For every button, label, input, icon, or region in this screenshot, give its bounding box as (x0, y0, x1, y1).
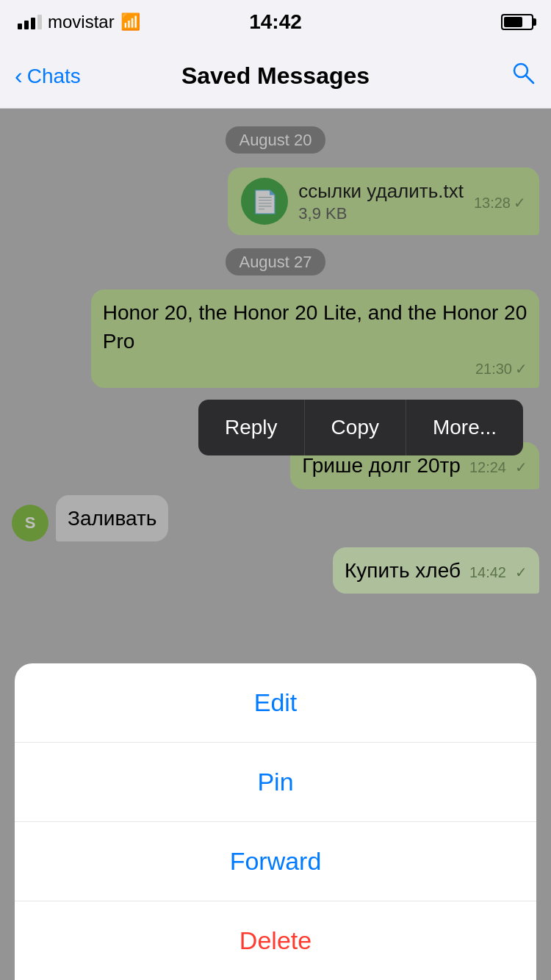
copy-button[interactable]: Copy (305, 400, 406, 455)
page-title: Saved Messages (181, 62, 370, 90)
status-left: movistar 📶 (18, 12, 140, 32)
edit-button[interactable]: Edit (15, 663, 536, 743)
signal-bars (18, 15, 42, 29)
chevron-left-icon: ‹ (15, 62, 23, 90)
search-icon[interactable] (510, 60, 536, 93)
status-time: 14:42 (249, 10, 302, 34)
action-sheet: Edit Pin Forward Delete (15, 663, 536, 980)
reply-button[interactable]: Reply (198, 400, 305, 455)
back-label: Chats (27, 65, 81, 88)
status-bar: movistar 📶 14:42 (0, 0, 551, 44)
back-button[interactable]: ‹ Chats (15, 62, 81, 90)
carrier-label: movistar (48, 12, 115, 32)
pin-button[interactable]: Pin (15, 743, 536, 822)
chat-background: August 20 📄 ссылки удалить.txt 3,9 KB 13… (0, 109, 551, 980)
battery-fill (504, 17, 522, 27)
battery-icon (501, 14, 533, 30)
status-right (501, 14, 533, 30)
wifi-icon: 📶 (120, 12, 140, 32)
more-button[interactable]: More... (406, 400, 523, 455)
delete-button[interactable]: Delete (15, 901, 536, 980)
forward-button[interactable]: Forward (15, 822, 536, 901)
svg-line-1 (526, 76, 533, 83)
context-menu: Reply Copy More... (198, 400, 523, 455)
nav-bar: ‹ Chats Saved Messages (0, 44, 551, 109)
